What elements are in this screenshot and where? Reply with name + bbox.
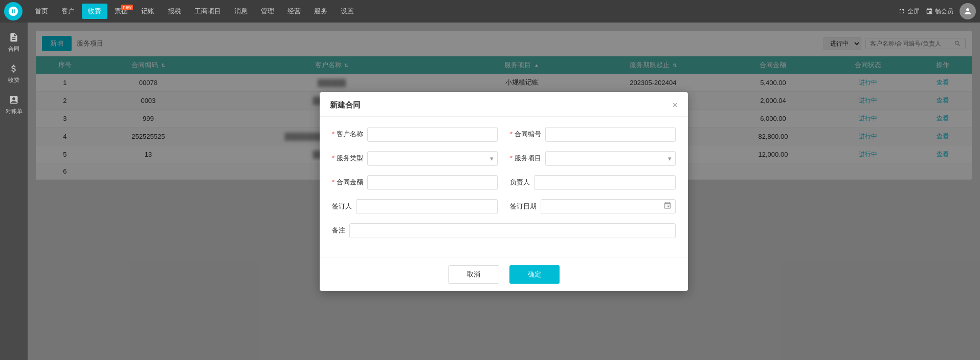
confirm-button[interactable]: 确定 xyxy=(509,265,560,284)
service-type-label: 服务类型 xyxy=(332,154,363,163)
nav-settings[interactable]: 设置 xyxy=(335,4,360,19)
notes-field: 备注 xyxy=(332,223,676,238)
nav-bookkeep[interactable]: 记账 xyxy=(135,4,161,19)
form-row-2: 服务类型 ▾ 服务项目 xyxy=(332,151,676,166)
nav-service[interactable]: 服务 xyxy=(308,4,333,19)
responsible-label: 负责人 xyxy=(510,178,530,187)
form-row-4: 签订人 签订日期 2023-06-06 xyxy=(332,199,676,214)
contract-amount-field: 合同金额 0.00 xyxy=(332,175,498,190)
sidebar: 合同 收费 对账单 xyxy=(0,23,28,360)
reconcile-icon xyxy=(8,94,19,105)
notes-input[interactable] xyxy=(349,223,676,238)
contract-amount-label: 合同金额 xyxy=(332,178,363,187)
contract-no-label: 合同编号 xyxy=(510,130,541,139)
service-type-select[interactable] xyxy=(367,151,498,166)
sidebar-item-revenue[interactable]: 收费 xyxy=(2,59,26,88)
top-nav: 首页 客户 收费 票据 new 记账 报税 工商项目 消息 管理 经营 服务 设… xyxy=(0,0,980,23)
nav-right: 全屏 畅会员 xyxy=(898,3,976,19)
signer-field: 签订人 xyxy=(332,199,498,214)
sidebar-item-contract[interactable]: 合同 xyxy=(2,28,26,57)
nav-business[interactable]: 工商项目 xyxy=(188,4,227,19)
contract-amount-input[interactable]: 0.00 xyxy=(367,175,498,190)
service-item-select[interactable] xyxy=(545,151,676,166)
contract-no-field: 合同编号 xyxy=(510,127,676,142)
modal-overlay: 新建合同 × 客户名称 合同编号 xyxy=(28,23,980,360)
signer-input[interactable] xyxy=(356,199,498,214)
nav-items: 首页 客户 收费 票据 new 记账 报税 工商项目 消息 管理 经营 服务 设… xyxy=(29,4,898,19)
content-area: 新增 服务项目 进行中 已结束 全部 xyxy=(28,23,980,360)
nav-customer[interactable]: 客户 xyxy=(55,4,81,19)
contract-icon xyxy=(8,32,19,43)
responsible-field: 负责人 xyxy=(510,175,676,190)
modal-title: 新建合同 xyxy=(330,100,361,110)
responsible-input[interactable] xyxy=(534,175,676,190)
modal-dialog: 新建合同 × 客户名称 合同编号 xyxy=(320,92,688,291)
sign-date-label: 签订日期 xyxy=(510,202,537,211)
member-button[interactable]: 畅会员 xyxy=(926,7,953,16)
signer-label: 签订人 xyxy=(332,202,352,211)
nav-tax[interactable]: 报税 xyxy=(162,4,187,19)
nav-message[interactable]: 消息 xyxy=(228,4,254,19)
logo xyxy=(4,2,23,20)
main-layout: 合同 收费 对账单 新增 服务项目 进行中 xyxy=(0,23,980,360)
form-row-3: 合同金额 0.00 负责人 xyxy=(332,175,676,190)
service-item-field: 服务项目 ▾ xyxy=(510,151,676,166)
form-row-1: 客户名称 合同编号 xyxy=(332,127,676,142)
sidebar-item-reconcile[interactable]: 对账单 xyxy=(2,90,26,119)
new-badge: new xyxy=(121,5,133,10)
cancel-button[interactable]: 取消 xyxy=(448,265,499,284)
service-type-field: 服务类型 ▾ xyxy=(332,151,498,166)
nav-invoice[interactable]: 收费 xyxy=(82,4,107,19)
modal-header: 新建合同 × xyxy=(320,92,688,117)
sign-date-input[interactable]: 2023-06-06 xyxy=(541,199,676,214)
customer-name-input[interactable] xyxy=(367,127,498,142)
service-item-select-wrapper: ▾ xyxy=(545,151,676,166)
customer-name-label: 客户名称 xyxy=(332,130,363,139)
revenue-icon xyxy=(8,63,19,74)
nav-operate[interactable]: 经营 xyxy=(281,4,307,19)
form-row-5: 备注 xyxy=(332,223,676,238)
service-type-select-wrapper: ▾ xyxy=(367,151,498,166)
close-icon[interactable]: × xyxy=(672,100,678,110)
customer-name-field: 客户名称 xyxy=(332,127,498,142)
service-item-label: 服务项目 xyxy=(510,154,541,163)
sign-date-field: 签订日期 2023-06-06 xyxy=(510,199,676,214)
sign-date-wrapper: 2023-06-06 xyxy=(541,199,676,214)
modal-body: 客户名称 合同编号 服务类型 xyxy=(320,117,688,258)
notes-label: 备注 xyxy=(332,226,345,235)
calendar-icon[interactable] xyxy=(663,202,672,211)
nav-manage[interactable]: 管理 xyxy=(255,4,280,19)
modal-footer: 取消 确定 xyxy=(320,258,688,291)
avatar[interactable] xyxy=(960,3,976,19)
nav-home[interactable]: 首页 xyxy=(29,4,54,19)
fullscreen-button[interactable]: 全屏 xyxy=(898,7,920,16)
contract-no-input[interactable] xyxy=(545,127,676,142)
nav-ticket[interactable]: 票据 new xyxy=(108,4,134,19)
